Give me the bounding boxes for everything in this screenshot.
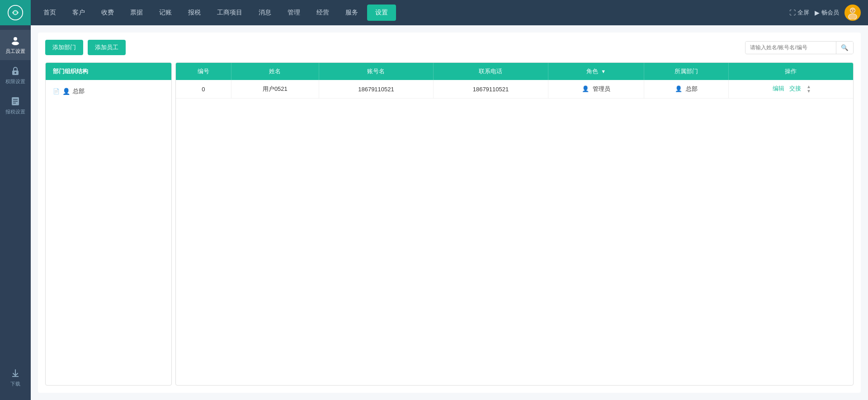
employee-icon	[10, 35, 21, 46]
add-dept-button[interactable]: 添加部门	[45, 40, 83, 55]
svg-point-1	[14, 11, 17, 14]
table-row: 0 用户0521 18679110521 18679110521 👤 管理员 👤	[176, 80, 853, 99]
cell-role: 👤 管理员	[548, 80, 644, 99]
vip-label: 畅会员	[821, 9, 839, 17]
search-icon: 🔍	[841, 44, 849, 51]
tree-body: 📄 👤 总部	[46, 80, 171, 103]
table-container: 部门组织结构 📄 👤 总部 编号	[45, 62, 854, 386]
nav-item-invoice[interactable]: 票据	[122, 0, 151, 25]
search-button[interactable]: 🔍	[836, 42, 853, 54]
sidebar-item-tax-settings[interactable]: 报税设置	[0, 90, 31, 121]
svg-point-11	[14, 72, 16, 74]
sidebar-label-tax-settings: 报税设置	[5, 108, 25, 115]
nav-item-message[interactable]: 消息	[250, 0, 279, 25]
logo-icon	[7, 5, 24, 21]
dept-icon: 👤	[62, 88, 70, 95]
fullscreen-btn[interactable]: ⛶ 全屏	[789, 9, 809, 17]
search-area: 🔍	[745, 41, 854, 54]
vip-btn[interactable]: ▶ 畅会员	[815, 9, 839, 17]
fullscreen-label: 全屏	[797, 9, 809, 17]
sidebar-label-employee: 员工设置	[5, 48, 25, 55]
employee-table: 编号 姓名 账号名 联系电话 角色 ▼ 所属部门 操作	[176, 63, 853, 99]
col-header-phone: 联系电话	[434, 63, 548, 80]
sidebar-label-permission: 权限设置	[5, 78, 25, 85]
filter-icon[interactable]: ▼	[601, 69, 606, 74]
col-header-action: 操作	[728, 63, 853, 80]
nav-item-billing[interactable]: 收费	[93, 0, 122, 25]
nav-item-home[interactable]: 首页	[35, 0, 64, 25]
nav-item-customer[interactable]: 客户	[64, 0, 93, 25]
tree-header: 部门组织结构	[46, 63, 171, 80]
sidebar-item-download[interactable]: 下载	[0, 362, 31, 393]
table-header-row: 编号 姓名 账号名 联系电话 角色 ▼ 所属部门 操作	[176, 63, 853, 80]
tree-item-label: 总部	[73, 87, 85, 95]
edit-action[interactable]: 编辑	[773, 85, 784, 92]
file-icon: 📄	[53, 88, 60, 94]
nav-item-business[interactable]: 工商项目	[209, 0, 250, 25]
tree-panel: 部门组织结构 📄 👤 总部	[45, 62, 172, 386]
nav-item-tax[interactable]: 报税	[180, 0, 209, 25]
cell-id: 0	[176, 80, 231, 99]
transfer-action[interactable]: 交接	[789, 85, 801, 92]
content-inner: 添加部门 添加员工 🔍 部门组织结构 📄 👤	[38, 33, 861, 393]
fullscreen-icon: ⛶	[789, 9, 796, 16]
search-input[interactable]	[745, 42, 836, 53]
sidebar-bottom: 下载	[0, 362, 31, 393]
col-header-dept: 所属部门	[644, 63, 729, 80]
cell-account: 18679110521	[319, 80, 433, 99]
toolbar: 添加部门 添加员工 🔍	[45, 40, 854, 55]
svg-point-8	[14, 37, 17, 41]
tax-settings-icon	[10, 96, 21, 107]
svg-point-6	[851, 10, 852, 11]
tree-item-root[interactable]: 📄 👤 总部	[51, 85, 166, 98]
nav-item-accounting[interactable]: 记账	[151, 0, 180, 25]
main-layout: 员工设置 权限设置 报税设置	[0, 25, 868, 400]
left-sidebar: 员工设置 权限设置 报税设置	[0, 25, 31, 400]
avatar[interactable]	[844, 5, 861, 21]
add-employee-button[interactable]: 添加员工	[88, 40, 126, 55]
role-user-icon: 👤	[582, 85, 589, 92]
col-header-name: 姓名	[231, 63, 319, 80]
sidebar-label-download: 下载	[10, 381, 20, 387]
scroll-controls-inline: ▲ ▼	[807, 85, 811, 94]
content-area: 添加部门 添加员工 🔍 部门组织结构 📄 👤	[31, 25, 868, 400]
col-header-account: 账号名	[319, 63, 433, 80]
avatar-icon	[846, 6, 859, 19]
download-icon	[10, 368, 21, 379]
svg-point-5	[849, 14, 857, 19]
cell-phone: 18679110521	[434, 80, 548, 99]
top-navigation: 首页 客户 收费 票据 记账 报税 工商项目 消息 管理 经营 服务 设置 ⛶ …	[0, 0, 868, 25]
vip-icon: ▶	[815, 9, 820, 16]
data-table-wrap: 编号 姓名 账号名 联系电话 角色 ▼ 所属部门 操作	[175, 62, 854, 386]
cell-name: 用户0521	[231, 80, 319, 99]
nav-right: ⛶ 全屏 ▶ 畅会员	[789, 5, 868, 21]
sidebar-item-employee[interactable]: 员工设置	[0, 30, 31, 60]
nav-item-service[interactable]: 服务	[337, 0, 366, 25]
col-header-role: 角色 ▼	[548, 63, 644, 80]
nav-item-manage[interactable]: 管理	[279, 0, 308, 25]
dept-user-icon: 👤	[675, 85, 682, 92]
cell-dept: 👤 总部	[644, 80, 729, 99]
nav-menu: 首页 客户 收费 票据 记账 报税 工商项目 消息 管理 经营 服务 设置	[31, 0, 789, 25]
permission-icon	[10, 66, 21, 76]
svg-point-7	[854, 10, 854, 11]
nav-item-settings[interactable]: 设置	[367, 5, 396, 21]
scroll-down-btn[interactable]: ▼	[807, 89, 811, 94]
logo	[0, 0, 31, 25]
cell-actions: 编辑 交接 ▲ ▼	[728, 80, 853, 99]
sidebar-item-permission[interactable]: 权限设置	[0, 60, 31, 90]
svg-point-9	[12, 42, 19, 45]
nav-item-operation[interactable]: 经营	[308, 0, 337, 25]
col-header-id: 编号	[176, 63, 231, 80]
